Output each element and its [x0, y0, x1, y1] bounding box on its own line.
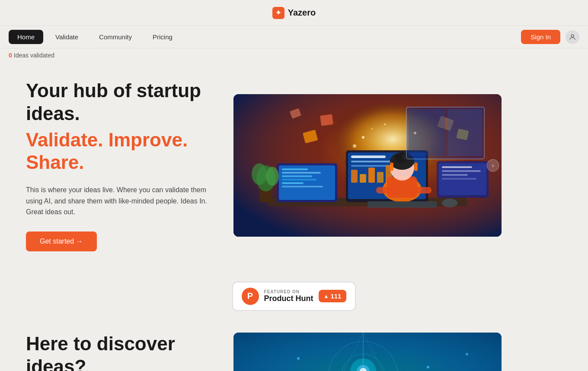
svg-rect-8 [282, 172, 321, 174]
svg-point-76 [466, 353, 468, 355]
ph-vote-count: 111 [330, 292, 341, 300]
svg-rect-18 [351, 170, 358, 183]
svg-point-58 [414, 132, 416, 134]
svg-point-0 [571, 35, 574, 37]
get-started-button[interactable]: Get started → [26, 231, 97, 251]
svg-point-73 [427, 366, 429, 368]
top-bar: ✦ Yazero [0, 0, 588, 26]
ph-logo-icon: P [242, 288, 259, 305]
svg-point-54 [362, 136, 364, 139]
svg-rect-15 [351, 155, 386, 158]
hero-subtitle: Validate. Improve. Share. [26, 129, 208, 174]
bottom-section: Here to discover ideas? [0, 324, 588, 371]
hero-left: Your hub of startup ideas. Validate. Imp… [26, 79, 208, 251]
bottom-left: Here to discover ideas? [26, 333, 208, 371]
bottom-illustration [233, 333, 502, 371]
svg-point-49 [266, 167, 279, 186]
svg-rect-38 [410, 187, 431, 193]
svg-rect-52 [447, 109, 482, 156]
svg-point-57 [384, 124, 386, 125]
nav-home-button[interactable]: Home [9, 30, 43, 44]
svg-rect-9 [282, 175, 312, 177]
svg-rect-28 [442, 178, 476, 180]
hero-section: Your hub of startup ideas. Validate. Imp… [0, 62, 588, 269]
svg-rect-25 [442, 166, 472, 168]
ph-text: FEATURED ON Product Hunt [264, 289, 313, 303]
svg-rect-43 [320, 114, 333, 126]
bottom-right [233, 333, 502, 371]
svg-rect-7 [282, 168, 308, 170]
hero-title: Your hub of startup ideas. [26, 79, 208, 125]
svg-rect-35 [390, 162, 393, 171]
svg-point-40 [442, 199, 457, 207]
logo-text: Yazero [288, 8, 316, 18]
svg-rect-10 [282, 179, 316, 181]
ideas-text: Ideas validated [14, 52, 54, 59]
logo-icon: ✦ [272, 7, 284, 19]
nav-left: Home Validate Community Pricing [9, 30, 181, 44]
hero-illustration: › [233, 94, 502, 237]
nav-validate-button[interactable]: Validate [47, 30, 87, 44]
svg-point-56 [353, 144, 356, 148]
svg-rect-37 [376, 187, 398, 193]
bottom-image [233, 333, 502, 371]
svg-rect-39 [368, 201, 437, 208]
svg-rect-17 [351, 165, 390, 167]
svg-rect-11 [282, 182, 304, 184]
logo-container: ✦ Yazero [272, 7, 316, 19]
ph-upvote-icon: ▲ [324, 293, 329, 299]
ideas-bar: 0 Ideas validated [0, 48, 588, 62]
ph-featured-label: FEATURED ON [264, 289, 313, 294]
nav-pricing-button[interactable]: Pricing [144, 30, 181, 44]
svg-point-71 [297, 357, 300, 360]
nav-community-button[interactable]: Community [90, 30, 141, 44]
svg-rect-21 [377, 172, 383, 183]
svg-rect-19 [360, 174, 366, 183]
nav-bar: Home Validate Community Pricing Sign In [0, 26, 588, 48]
hero-image: › [233, 94, 502, 237]
svg-rect-12 [282, 186, 323, 187]
svg-text:›: › [492, 162, 494, 169]
ideas-count: 0 [9, 52, 12, 59]
user-avatar-icon[interactable] [566, 30, 579, 44]
svg-rect-26 [442, 170, 481, 172]
product-hunt-badge[interactable]: P FEATURED ON Product Hunt ▲ 111 [232, 282, 356, 311]
nav-right: Sign In [521, 30, 579, 44]
hero-description: This is where your ideas live. Where you… [26, 184, 208, 218]
sign-in-button[interactable]: Sign In [521, 30, 560, 44]
ph-votes: ▲ 111 [319, 290, 347, 302]
svg-rect-36 [414, 162, 418, 171]
hero-right: › [233, 94, 502, 237]
svg-point-48 [252, 163, 267, 185]
svg-point-55 [371, 128, 373, 130]
ph-name: Product Hunt [264, 294, 313, 303]
bottom-title: Here to discover ideas? [26, 333, 208, 371]
svg-rect-27 [442, 174, 468, 176]
badge-section: P FEATURED ON Product Hunt ▲ 111 [0, 269, 588, 324]
svg-rect-20 [368, 168, 375, 183]
